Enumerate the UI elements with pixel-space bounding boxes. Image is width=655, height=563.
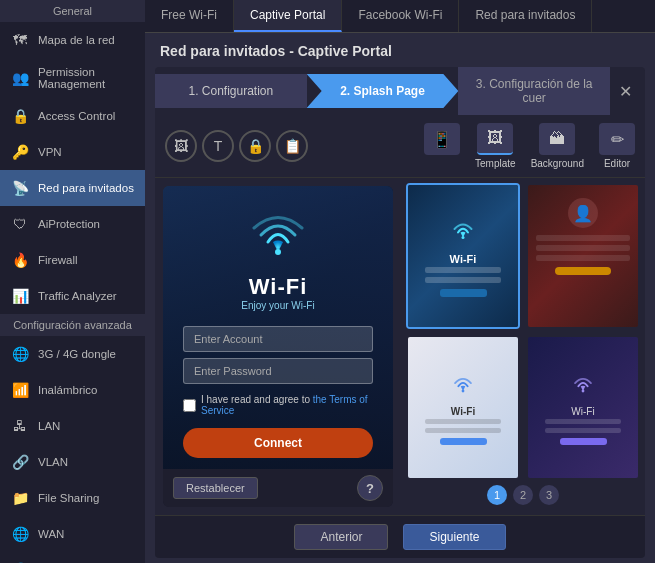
tool-image-icon[interactable]: 🖼	[165, 130, 197, 162]
sidebar-item-inalambrico[interactable]: 📶 Inalámbrico	[0, 372, 145, 408]
tool-copy-icon[interactable]: 📋	[276, 130, 308, 162]
template-btn[interactable]: 🖼 Template	[475, 123, 516, 169]
template-4[interactable]: Wi-Fi	[526, 335, 640, 481]
editor-label: Editor	[604, 158, 630, 169]
wifi-subtitle: Enjoy your Wi-Fi	[241, 300, 314, 311]
tab-guests[interactable]: Red para invitados	[459, 0, 592, 32]
sidebar-general-title: General	[0, 0, 145, 22]
vlan-icon: 🔗	[10, 452, 30, 472]
help-button[interactable]: ?	[357, 475, 383, 501]
wizard-close-button[interactable]: ✕	[610, 76, 640, 106]
terms-checkbox[interactable]	[183, 399, 196, 412]
page-dot-3[interactable]: 3	[539, 485, 559, 505]
tool-lock-icon[interactable]: 🔒	[239, 130, 271, 162]
wan-icon: 🌐	[10, 524, 30, 544]
content-area: 🖼 T 🔒 📋 📱 🖼 Template 🏔 Background ✏	[155, 115, 645, 515]
tab-freewifi[interactable]: Free Wi-Fi	[145, 0, 234, 32]
template-3[interactable]: Wi-Fi	[406, 335, 520, 481]
tool-mobile-icon[interactable]: 📱	[424, 123, 460, 169]
wizard-step-3[interactable]: 3. Configuración de la cuer	[458, 67, 610, 115]
sidebar-item-mapa[interactable]: 🗺 Mapa de la red	[0, 22, 145, 58]
chart-icon: 📊	[10, 286, 30, 306]
sidebar-item-label: VPN	[38, 146, 62, 158]
terms-label: I have read and agree to the Terms of Se…	[201, 394, 373, 416]
template-1[interactable]: Wi-Fi	[406, 183, 520, 329]
sidebar-item-label: Traffic Analyzer	[38, 290, 117, 302]
sidebar-item-wan[interactable]: 🌐 WAN	[0, 516, 145, 552]
sidebar-item-access[interactable]: 🔒 Access Control	[0, 98, 145, 134]
sidebar-item-label: VLAN	[38, 456, 68, 468]
folder-icon: 📁	[10, 488, 30, 508]
connect-button[interactable]: Connect	[183, 428, 373, 458]
back-button[interactable]: Anterior	[294, 524, 388, 550]
next-button[interactable]: Siguiente	[403, 524, 505, 550]
sidebar-item-label: Inalámbrico	[38, 384, 97, 396]
sidebar-item-label: Red para invitados	[38, 182, 134, 194]
sidebar-item-label: Mapa de la red	[38, 34, 115, 46]
sidebar-item-label: Permission Management	[38, 66, 135, 90]
sidebar-item-aiprotection[interactable]: 🛡 AiProtection	[0, 206, 145, 242]
sidebar: General 🗺 Mapa de la red 👥 Permission Ma…	[0, 0, 145, 563]
wifi-circle	[243, 206, 313, 276]
wireless-icon: 📶	[10, 380, 30, 400]
sidebar-item-label: 3G / 4G dongle	[38, 348, 116, 360]
editor-btn[interactable]: ✏ Editor	[599, 123, 635, 169]
sidebar-item-label: WAN	[38, 528, 64, 540]
svg-point-3	[582, 389, 585, 392]
preview-templates-area: Wi-Fi Enjoy your Wi-Fi I have read and a…	[155, 178, 645, 515]
background-label: Background	[531, 158, 584, 169]
sidebar-item-label: AiProtection	[38, 218, 100, 230]
page-dot-2[interactable]: 2	[513, 485, 533, 505]
template-1-preview: Wi-Fi	[408, 185, 518, 327]
main-content: Free Wi-Fi Captive Portal Facebook Wi-Fi…	[145, 0, 655, 563]
tab-captive[interactable]: Captive Portal	[234, 0, 342, 32]
template-label: Template	[475, 158, 516, 169]
tab-facebook[interactable]: Facebook Wi-Fi	[342, 0, 459, 32]
wifi-logo-area: Wi-Fi Enjoy your Wi-Fi	[241, 206, 314, 311]
wizard-step-2[interactable]: 2. Splash Page	[307, 74, 459, 108]
sidebar-item-vpn[interactable]: 🔑 VPN	[0, 134, 145, 170]
password-input[interactable]	[183, 358, 373, 384]
tmpl2-avatar: 👤	[568, 198, 598, 228]
sidebar-item-permission[interactable]: 👥 Permission Management	[0, 58, 145, 98]
sidebar-item-guests[interactable]: 📡 Red para invitados	[0, 170, 145, 206]
wifi-icon: 📡	[10, 178, 30, 198]
sidebar-item-dongle[interactable]: 🌐 3G / 4G dongle	[0, 336, 145, 372]
sidebar-item-vlan[interactable]: 🔗 VLAN	[0, 444, 145, 480]
tool-text-icon[interactable]: T	[202, 130, 234, 162]
sidebar-item-firewall[interactable]: 🔥 Firewall	[0, 242, 145, 278]
terms-checkbox-row: I have read and agree to the Terms of Se…	[183, 394, 373, 416]
templates-grid: Wi-Fi 👤	[406, 183, 640, 480]
sidebar-avanzada-title: Configuración avanzada	[0, 314, 145, 336]
restore-button[interactable]: Restablecer	[173, 477, 258, 499]
pagination: 1 2 3	[406, 480, 640, 510]
template-4-preview: Wi-Fi	[528, 337, 638, 479]
sidebar-item-filesharing[interactable]: 📁 File Sharing	[0, 480, 145, 516]
sidebar-item-lan[interactable]: 🖧 LAN	[0, 408, 145, 444]
wizard-step-1[interactable]: 1. Configuration	[155, 74, 307, 108]
wizard-steps: 1. Configuration 2. Splash Page 3. Confi…	[155, 67, 645, 115]
account-input[interactable]	[183, 326, 373, 352]
tool-right-buttons: 📱 🖼 Template 🏔 Background ✏ Editor	[424, 123, 635, 169]
sidebar-item-traffic[interactable]: 📊 Traffic Analyzer	[0, 278, 145, 314]
fire-icon: 🔥	[10, 250, 30, 270]
page-title: Red para invitados - Captive Portal	[145, 33, 655, 67]
preview-inner: Wi-Fi Enjoy your Wi-Fi I have read and a…	[163, 186, 393, 469]
template-3-preview: Wi-Fi	[408, 337, 518, 479]
map-icon: 🗺	[10, 30, 30, 50]
bottom-nav-bar: Anterior Siguiente	[155, 515, 645, 558]
wifi-title: Wi-Fi	[249, 276, 308, 298]
shield-icon: 🛡	[10, 214, 30, 234]
sidebar-item-label: Firewall	[38, 254, 78, 266]
top-tab-bar: Free Wi-Fi Captive Portal Facebook Wi-Fi…	[145, 0, 655, 33]
left-preview-panel: Wi-Fi Enjoy your Wi-Fi I have read and a…	[163, 186, 393, 507]
svg-point-1	[462, 236, 465, 239]
users-icon: 👥	[10, 68, 30, 88]
preview-form: I have read and agree to the Terms of Se…	[183, 326, 373, 458]
page-dot-1[interactable]: 1	[487, 485, 507, 505]
preview-bottom-bar: Restablecer ?	[163, 469, 393, 507]
background-btn[interactable]: 🏔 Background	[531, 123, 584, 169]
sidebar-item-ipv6[interactable]: 🌐 IPv6	[0, 552, 145, 563]
template-2[interactable]: 👤	[526, 183, 640, 329]
lan-icon: 🖧	[10, 416, 30, 436]
